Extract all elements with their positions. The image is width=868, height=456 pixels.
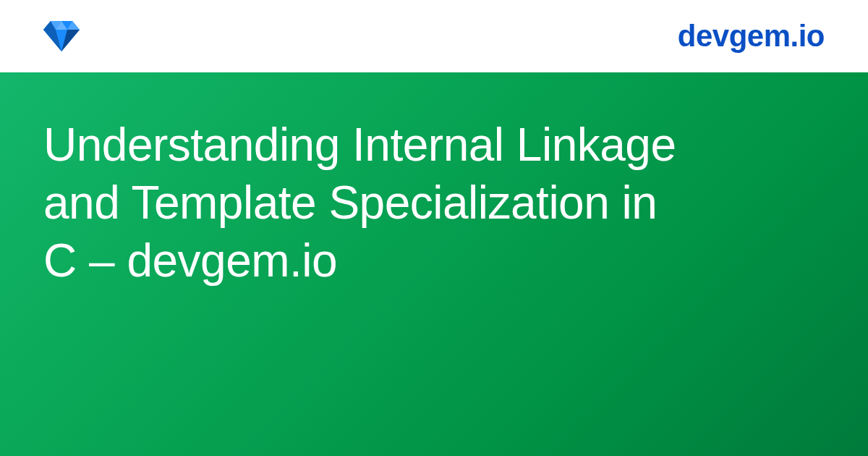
page-title: Understanding Internal Linkage and Templ… bbox=[43, 116, 694, 290]
gem-icon bbox=[43, 18, 80, 54]
brand-name: devgem.io bbox=[678, 19, 825, 54]
header-bar: devgem.io bbox=[0, 0, 868, 72]
content-area: Understanding Internal Linkage and Templ… bbox=[0, 72, 868, 456]
